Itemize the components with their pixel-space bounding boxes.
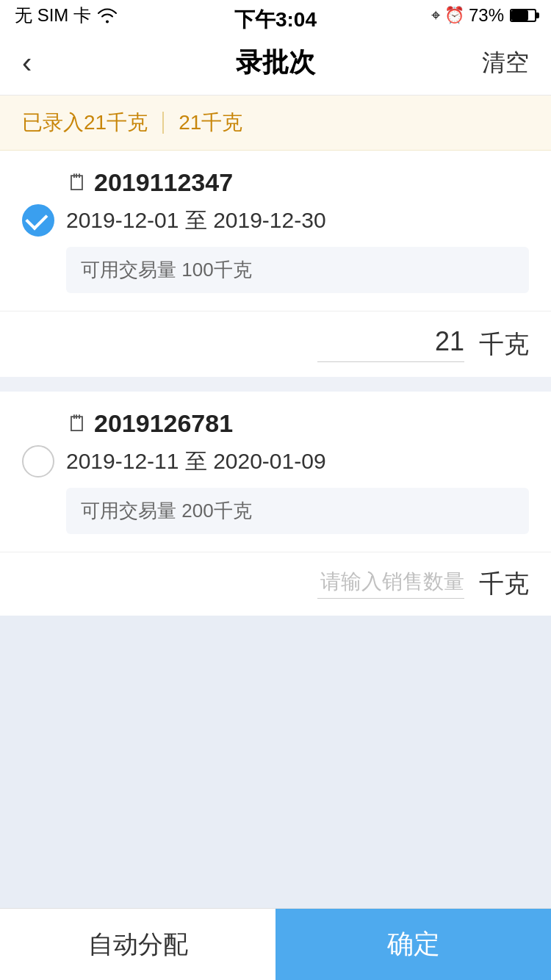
section-divider	[0, 377, 551, 392]
nav-bar: ‹ 录批次 清空	[0, 31, 551, 96]
batch-2-quantity-wrapper[interactable]	[317, 570, 464, 599]
auto-distribute-button[interactable]: 自动分配	[0, 909, 276, 980]
carrier-text: 无 SIM 卡	[15, 4, 91, 27]
confirm-button[interactable]: 确定	[276, 909, 551, 980]
confirm-label: 确定	[387, 926, 440, 962]
batch-1-quantity-wrapper: 21	[317, 326, 464, 362]
recorded-label: 已录入21千克	[22, 109, 148, 137]
battery-icon	[510, 9, 536, 22]
batch-2-date: 2019-12-11 至 2020-01-09	[66, 447, 326, 477]
batch-1-available: 可用交易量 100千克	[66, 247, 529, 293]
batch-2-unit: 千克	[479, 567, 529, 601]
alarm-icon: ⏰	[444, 6, 464, 25]
batch-1-radio[interactable]	[22, 204, 54, 237]
batch-1-unit: 千克	[479, 328, 529, 361]
batch-2-id: 2019126781	[94, 409, 233, 438]
batch-1-date: 2019-12-01 至 2019-12-30	[66, 206, 326, 236]
batch-2-quantity-row: 千克	[0, 552, 551, 616]
batch-1-date-row[interactable]: 2019-12-01 至 2019-12-30	[22, 204, 529, 237]
battery-text: 73%	[469, 5, 504, 26]
page-title: 录批次	[236, 45, 315, 81]
status-indicators: ⌖ ⏰ 73%	[431, 5, 536, 26]
info-banner: 已录入21千克 21千克	[0, 96, 551, 151]
clear-button[interactable]: 清空	[482, 47, 529, 79]
total-label: 21千克	[179, 109, 242, 137]
batch-card-1: 🗒 2019112347 2019-12-01 至 2019-12-30 可用交…	[0, 151, 551, 377]
batch-1-doc-icon: 🗒	[66, 170, 88, 195]
batch-1-quantity-value: 21	[317, 326, 464, 357]
batch-2-doc-icon: 🗒	[66, 411, 88, 436]
batch-2-quantity-input[interactable]	[317, 570, 464, 594]
batch-2-date-row[interactable]: 2019-12-11 至 2020-01-09	[22, 445, 529, 478]
wifi-icon	[97, 7, 118, 24]
batch-1-quantity-row: 21 千克	[0, 311, 551, 377]
batch-card-2: 🗒 2019126781 2019-12-11 至 2020-01-09 可用交…	[0, 392, 551, 616]
batch-1-id-row: 🗒 2019112347	[66, 168, 529, 197]
batch-1-id: 2019112347	[94, 168, 233, 197]
bottom-empty-area	[0, 616, 551, 924]
batch-2-id-row: 🗒 2019126781	[66, 409, 529, 438]
banner-divider	[162, 112, 164, 134]
back-button[interactable]: ‹	[15, 39, 39, 87]
auto-distribute-label: 自动分配	[88, 928, 188, 962]
location-icon: ⌖	[431, 6, 440, 25]
batch-2-radio[interactable]	[22, 445, 54, 478]
status-time: 下午3:04	[234, 6, 317, 34]
status-carrier: 无 SIM 卡	[15, 4, 118, 27]
status-bar: 无 SIM 卡 下午3:04 ⌖ ⏰ 73%	[0, 0, 551, 31]
batch-2-available: 可用交易量 200千克	[66, 488, 529, 534]
footer: 自动分配 确定	[0, 908, 551, 980]
content-area: 已录入21千克 21千克 🗒 2019112347 2019-12-01 至 2…	[0, 96, 551, 924]
